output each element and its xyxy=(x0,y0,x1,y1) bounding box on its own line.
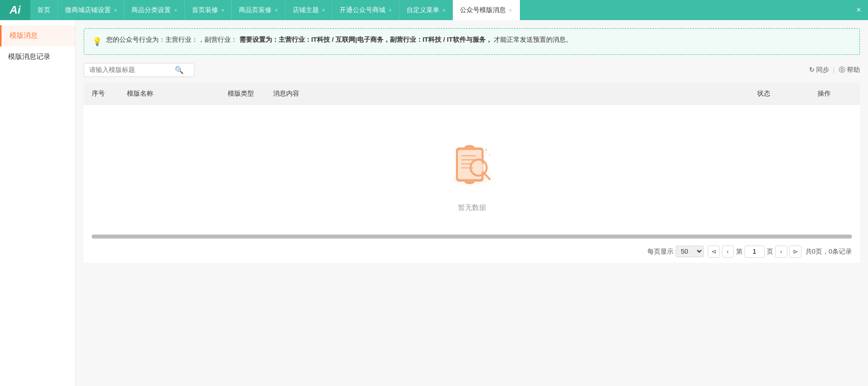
nav-close-icon[interactable]: × xyxy=(442,7,445,13)
scrollbar-track[interactable] xyxy=(92,235,852,239)
total-info: 共0页，0条记录 xyxy=(806,247,852,256)
nav-item[interactable]: 商品分类设置× xyxy=(124,0,184,20)
nav-item[interactable]: 首页装修× xyxy=(185,0,232,20)
last-page-button[interactable]: ⊳ xyxy=(789,246,802,258)
empty-state-row: 暂无数据 xyxy=(84,104,860,233)
info-banner-highlight: 需要设置为：主营行业：IT科技 / 互联网|电子商务，副营行业：IT科技 / I… xyxy=(239,36,492,43)
next-page-button[interactable]: › xyxy=(775,246,787,258)
svg-line-14 xyxy=(485,152,487,154)
col-index: 序号 xyxy=(84,83,119,105)
col-type: 模版类型 xyxy=(220,83,265,105)
nav-item[interactable]: 首页 xyxy=(30,0,58,20)
help-icon: ⓪ xyxy=(839,65,845,74)
info-banner-text: 您的公众号行业为：主营行业：，副营行业： 需要设置为：主营行业：IT科技 / 互… xyxy=(106,35,572,45)
top-navigation: Ai 首页微商城店铺设置×商品分类设置×首页装修×商品页装修×店铺主题×开通公众… xyxy=(0,0,868,20)
nav-item[interactable]: 微商城店铺设置× xyxy=(58,0,124,20)
info-banner: 💡 您的公众号行业为：主营行业：，副营行业： 需要设置为：主营行业：IT科技 /… xyxy=(84,28,860,55)
nav-close-icon[interactable]: × xyxy=(174,7,177,13)
svg-point-7 xyxy=(464,145,475,150)
top-right-actions: ↻ 同步 | ⓪ 帮助 xyxy=(809,65,860,74)
horizontal-scrollbar[interactable] xyxy=(84,233,860,241)
page-label-pre: 第 xyxy=(736,247,743,256)
page-label-post: 页 xyxy=(767,247,773,256)
sidebar-item[interactable]: 模版消息 xyxy=(0,25,75,46)
sync-icon: ↻ xyxy=(809,66,815,73)
global-close-button[interactable]: × xyxy=(849,6,868,15)
svg-point-10 xyxy=(473,162,484,173)
nav-item[interactable]: 公众号模版消息× xyxy=(453,0,519,20)
nav-close-icon[interactable]: × xyxy=(275,7,278,13)
nav-close-icon[interactable]: × xyxy=(322,7,325,13)
nav-item[interactable]: 自定义菜单× xyxy=(399,0,453,20)
table-header-row: 序号 模版名称 模版类型 消息内容 状态 操作 xyxy=(84,83,860,105)
search-bar-area: 🔍 ↻ 同步 | ⓪ 帮助 xyxy=(84,63,860,77)
empty-text: 暂无数据 xyxy=(458,203,486,212)
page-size-label: 每页显示 xyxy=(647,247,674,256)
empty-illustration xyxy=(442,135,502,195)
app-logo: Ai xyxy=(0,0,30,20)
page-size-selector: 每页显示 102050100 xyxy=(647,246,704,257)
svg-point-12 xyxy=(485,149,487,151)
bulb-icon: 💡 xyxy=(92,35,102,48)
svg-rect-3 xyxy=(461,155,476,157)
nav-item[interactable]: 商品页装修× xyxy=(232,0,285,20)
nav-close-icon[interactable]: × xyxy=(509,7,512,13)
col-name: 模版名称 xyxy=(119,83,220,105)
scrollbar-thumb[interactable] xyxy=(92,235,852,239)
nav-item[interactable]: 开通公众号商城× xyxy=(332,0,399,20)
pagination-bar: 每页显示 102050100 ⊲ ‹ 第 页 › ⊳ 共0页，0条记录 xyxy=(84,241,860,263)
main-layout: 模版消息模版消息记录 💡 您的公众号行业为：主营行业：，副营行业： 需要设置为：… xyxy=(0,20,868,386)
first-page-button[interactable]: ⊲ xyxy=(708,246,720,258)
nav-close-icon[interactable]: × xyxy=(221,7,224,13)
page-input[interactable] xyxy=(745,246,765,258)
search-icon[interactable]: 🔍 xyxy=(175,66,183,74)
data-table: 序号 模版名称 模版类型 消息内容 状态 操作 xyxy=(84,83,860,233)
empty-state: 暂无数据 xyxy=(84,105,860,233)
nav-close-icon[interactable]: × xyxy=(388,7,391,13)
col-status: 状态 xyxy=(749,83,810,105)
nav-item[interactable]: 店铺主题× xyxy=(286,0,332,20)
nav-close-icon[interactable]: × xyxy=(114,7,117,13)
search-wrapper: 🔍 xyxy=(84,63,194,77)
sync-button[interactable]: ↻ 同步 xyxy=(809,65,829,74)
col-actions: 操作 xyxy=(810,83,860,105)
sidebar-item[interactable]: 模版消息记录 xyxy=(0,46,75,67)
svg-point-13 xyxy=(489,154,490,156)
page-size-select[interactable]: 102050100 xyxy=(676,246,704,257)
help-button[interactable]: ⓪ 帮助 xyxy=(839,65,860,74)
sidebar: 模版消息模版消息记录 xyxy=(0,20,76,386)
svg-rect-6 xyxy=(461,167,474,169)
svg-point-8 xyxy=(464,179,475,184)
prev-page-button[interactable]: ‹ xyxy=(722,246,734,258)
content-area: 💡 您的公众号行业为：主营行业：，副营行业： 需要设置为：主营行业：IT科技 /… xyxy=(76,20,868,386)
action-divider: | xyxy=(833,66,835,73)
col-content: 消息内容 xyxy=(265,83,749,105)
page-navigation: ⊲ ‹ 第 页 › ⊳ xyxy=(708,246,802,258)
search-input[interactable] xyxy=(89,66,175,73)
